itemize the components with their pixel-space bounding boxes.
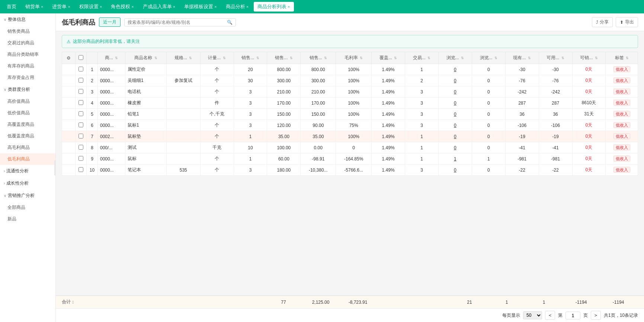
nav-goods-analysis-list[interactable]: 商品分析列表 × — [254, 2, 294, 12]
col-current[interactable]: 现有... ⇅ — [505, 52, 539, 64]
col-gross[interactable]: 毛利率 ⇅ — [336, 52, 372, 64]
col-code[interactable]: 商... ⇅ — [98, 52, 125, 64]
cell-browse1[interactable]: 0 — [438, 98, 472, 109]
cell-browse1[interactable]: 1 — [438, 153, 472, 165]
nav-purchase-order[interactable]: 进货单 × — [48, 2, 74, 12]
row-checkbox[interactable] — [79, 122, 83, 127]
sidebar-item-low-value[interactable]: 低价值商品 — [0, 107, 55, 119]
col-browse2[interactable]: 浏览... ⇅ — [472, 52, 505, 64]
sidebar-item-new-goods[interactable]: 新品 — [0, 213, 55, 225]
sidebar-item-stock-goods[interactable]: 有库存的商品 — [0, 60, 55, 72]
page-input[interactable] — [565, 312, 580, 319]
sidebar-item-stock-capital[interactable]: 库存资金占用 — [0, 72, 55, 83]
cell-browse1[interactable]: 0 — [438, 131, 472, 142]
cell-checkbox[interactable] — [76, 120, 87, 131]
row-checkbox[interactable] — [79, 145, 83, 150]
col-name[interactable]: 商品名称 ⇅ — [125, 52, 167, 64]
nav-permission-settings[interactable]: 权限设置 × — [76, 2, 106, 12]
row-checkbox[interactable] — [79, 100, 83, 105]
cell-browse1[interactable]: 0 — [438, 109, 472, 120]
page-size-select[interactable]: 50 20 100 — [523, 311, 542, 319]
sidebar-item-high-margin[interactable]: 高毛利商品 — [0, 142, 55, 153]
row-checkbox[interactable] — [79, 134, 83, 138]
row-checkbox[interactable] — [79, 156, 83, 161]
cell-checkbox[interactable] — [76, 64, 87, 75]
col-trade[interactable]: 交易... ⇅ — [405, 52, 439, 64]
nav-close-role[interactable]: × — [131, 4, 134, 9]
row-checkbox[interactable] — [79, 111, 83, 116]
col-sale1[interactable]: 销售... ⇅ — [234, 52, 267, 64]
sidebar-section-overall[interactable]: ∨ 整体信息 — [0, 13, 55, 26]
cell-checkbox[interactable] — [76, 98, 87, 109]
footer-sale2: 2,125.00 — [306, 300, 336, 305]
sidebar-item-all-goods[interactable]: 全部商品 — [0, 202, 55, 213]
nav-goods-analysis[interactable]: 商品分析 × — [222, 2, 252, 12]
sidebar-section-cluster[interactable]: ∨ 类群度分析 — [0, 83, 55, 96]
cell-checkbox[interactable] — [76, 131, 87, 142]
cell-checkbox[interactable] — [76, 109, 87, 120]
row-checkbox[interactable] — [79, 167, 83, 172]
sidebar-item-high-coverage[interactable]: 高覆盖度商品 — [0, 119, 55, 130]
cell-tag: 低收入 — [606, 64, 638, 75]
nav-home[interactable]: 首页 — [3, 2, 20, 12]
nav-product-inbound[interactable]: 产成品入库单 × — [139, 2, 179, 12]
cell-browse1[interactable]: 0 — [438, 64, 472, 75]
cell-sale3: 210.00 — [301, 86, 336, 98]
row-checkbox[interactable] — [79, 89, 83, 94]
cell-browse1[interactable]: 0 — [438, 142, 472, 153]
col-unit[interactable]: 计量... ⇅ — [200, 52, 234, 64]
col-sale3[interactable]: 销售... ⇅ — [301, 52, 336, 64]
date-filter-button[interactable]: 近一月 — [99, 17, 121, 27]
cell-checkbox[interactable] — [76, 86, 87, 98]
cell-coverage: 1.49% — [372, 109, 405, 120]
cell-checkbox[interactable] — [76, 165, 87, 176]
nav-close-permission[interactable]: × — [100, 4, 102, 9]
select-all-checkbox[interactable] — [79, 55, 83, 60]
cell-browse1[interactable]: 0 — [438, 75, 472, 86]
row-checkbox[interactable] — [79, 67, 83, 71]
nav-close-goods-list[interactable]: × — [288, 4, 290, 9]
sidebar-item-low-coverage[interactable]: 低覆盖度商品 — [0, 130, 55, 142]
nav-template-settings[interactable]: 单据模板设置 × — [180, 2, 220, 12]
col-salable[interactable]: 可销... ⇅ — [572, 52, 606, 64]
sidebar-section-circulation[interactable]: › 流通性分析 — [0, 165, 55, 177]
col-available[interactable]: 可用... ⇅ — [539, 52, 572, 64]
share-button[interactable]: ⤴ 分享 — [592, 17, 613, 27]
cell-available: 36 — [539, 109, 572, 120]
export-button[interactable]: ⬆ 导出 — [616, 17, 638, 27]
col-coverage[interactable]: 覆盖... ⇅ — [372, 52, 405, 64]
cell-unit: 千克 — [200, 142, 234, 153]
sidebar-section-marketing[interactable]: ∨ 营销推广分析 — [0, 189, 55, 202]
nav-sales-order[interactable]: 销货单 × — [22, 2, 47, 12]
search-icon[interactable]: 🔍 — [227, 20, 233, 25]
prev-page-button[interactable]: ＜ — [545, 311, 555, 320]
cell-browse1[interactable]: 0 — [438, 165, 472, 176]
col-tag[interactable]: 标签 ⇅ — [606, 52, 638, 64]
nav-close-goods[interactable]: × — [246, 4, 249, 9]
col-browse1[interactable]: 浏览... ⇅ — [438, 52, 472, 64]
col-sale2[interactable]: 销售... ⇅ — [267, 52, 301, 64]
col-settings[interactable]: ⚙ — [62, 52, 76, 64]
nav-close-template[interactable]: × — [214, 4, 217, 9]
sidebar-item-sales-goods[interactable]: 销售类商品 — [0, 26, 55, 37]
col-spec[interactable]: 规格... ⇅ — [166, 52, 200, 64]
nav-close-purchase[interactable]: × — [68, 4, 70, 9]
sidebar-section-growth[interactable]: › 成长性分析 — [0, 177, 55, 189]
sidebar-collapse-btn[interactable]: « — [54, 160, 56, 175]
cell-browse1[interactable]: 0 — [438, 86, 472, 98]
sidebar-item-category-rate[interactable]: 商品分类助销率 — [0, 49, 55, 60]
sidebar-item-high-value[interactable]: 高价值商品 — [0, 96, 55, 107]
nav-role-auth[interactable]: 角色授权 × — [107, 2, 137, 12]
nav-close-product[interactable]: × — [173, 4, 175, 9]
cell-checkbox[interactable] — [76, 153, 87, 165]
sidebar-item-low-margin[interactable]: 低毛利商品 — [0, 153, 55, 165]
nav-close-sales[interactable]: × — [41, 4, 43, 9]
row-checkbox[interactable] — [79, 78, 83, 83]
cell-checkbox[interactable] — [76, 75, 87, 86]
search-input[interactable] — [128, 20, 225, 25]
cell-browse1[interactable]: 0 — [438, 120, 472, 131]
cell-checkbox[interactable] — [76, 142, 87, 153]
next-page-button[interactable]: ＞ — [591, 311, 601, 320]
col-checkbox[interactable] — [76, 52, 87, 64]
sidebar-item-traded-goods[interactable]: 交易过的商品 — [0, 37, 55, 49]
